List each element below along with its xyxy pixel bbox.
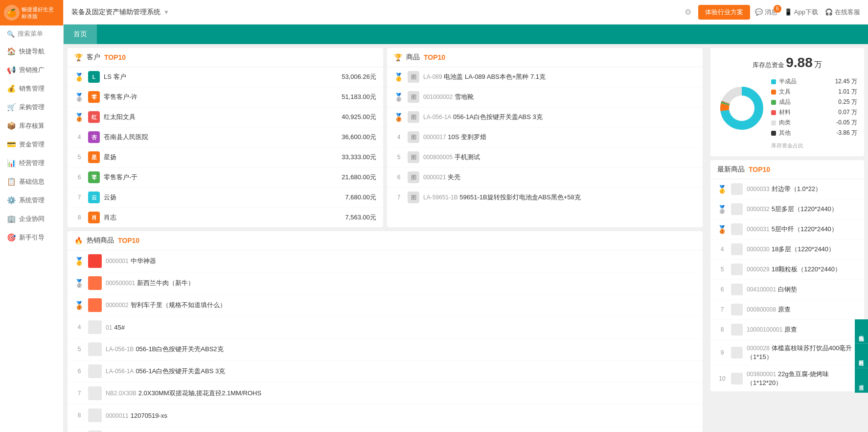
sidebar-item-system[interactable]: ⚙️ 系统管理 bbox=[0, 191, 63, 210]
product-entry: 000001112070519-xs bbox=[106, 412, 167, 419]
new-product-entry: 0000033封边带（1.0*22） bbox=[747, 185, 822, 193]
search-menu[interactable]: 🔍 搜索菜单 bbox=[0, 25, 63, 42]
customer-rank-row[interactable]: 7 云 云扬 7,680.00元 bbox=[68, 188, 383, 208]
inventory-icon: 📦 bbox=[7, 121, 16, 130]
float-button[interactable]: 客服热线 bbox=[855, 319, 868, 344]
rank-medal-icon: 🥈 bbox=[74, 93, 84, 102]
customer-rank-row[interactable]: 🥈 零 零售客户-许 51,183.00元 bbox=[68, 87, 383, 107]
float-button[interactable]: 服务社区 bbox=[855, 344, 868, 368]
message-badge: 6 bbox=[774, 5, 781, 13]
rank-number: 8 bbox=[74, 214, 84, 221]
product-thumbnail bbox=[88, 386, 102, 400]
sidebar-item-basics[interactable]: 📋 基础信息 bbox=[0, 172, 63, 191]
hot-product-row[interactable]: 6 LA-056-1A056-1A白色按键开关盖ABS 3克 bbox=[68, 360, 703, 383]
new-product-row[interactable]: 8 10000100001原查 bbox=[710, 320, 864, 340]
sidebar-label: 库存核算 bbox=[19, 121, 45, 130]
legend-item: 成品 0.25 万 bbox=[771, 98, 857, 106]
product-rank-row[interactable]: 7 图 LA-59651-1B 59651-1B旋转投影灯电池盒ABS黑色+58… bbox=[387, 188, 703, 207]
hot-product-row[interactable]: 4 0145# bbox=[68, 316, 703, 338]
new-product-img bbox=[731, 347, 743, 359]
rank-medal-icon: 🥇 bbox=[74, 72, 84, 82]
product-rank-row[interactable]: 4 图 0000017 10S 变刹罗焟 bbox=[387, 127, 703, 147]
settings-gear-icon[interactable]: ⚙ bbox=[683, 7, 693, 17]
new-product-row[interactable]: 6 004100001白钢垫 bbox=[710, 280, 864, 300]
sidebar-item-collaboration[interactable]: 🏢 企业协同 bbox=[0, 210, 63, 228]
sidebar-item-sales[interactable]: 💰 销售管理 bbox=[0, 79, 63, 98]
hot-products-header: 🔥 热销商品 TOP10 bbox=[68, 231, 703, 250]
new-product-row[interactable]: 4 000003018多层（1220*2440） bbox=[710, 240, 864, 260]
hot-product-row[interactable]: 🥉 0000002智利车子里（规格不知道填什么） bbox=[68, 294, 703, 316]
customer-rank-row[interactable]: 5 星 星扬 33,333.00元 bbox=[68, 147, 383, 168]
inventory-summary-panel: 库存总资金 9.88 万 bbox=[710, 48, 864, 156]
rank-number: 6 bbox=[74, 174, 84, 181]
new-product-row[interactable]: 10 00380000122g鱼豆腐-烧烤味（1*12*20） bbox=[710, 366, 864, 391]
hot-products-panel: 🔥 热销商品 TOP10 🥇 0000001中华神器 🥈 000500001新西… bbox=[68, 231, 703, 432]
new-product-entry: 0000028体槛嘉枝味苏打饮品400毫升（1*15） bbox=[747, 344, 857, 361]
new-product-row[interactable]: 🥇 0000033封边带（1.0*22） bbox=[710, 179, 864, 199]
product-rank-row[interactable]: 🥉 图 LA-056-1A 056-1A白色按键开关盖ABS 3克 bbox=[387, 107, 703, 127]
product-rank-row[interactable]: 6 图 0000021 夹壳 bbox=[387, 168, 703, 188]
tab-home[interactable]: 首页 bbox=[64, 24, 97, 44]
customer-rank-row[interactable]: 6 零 零售客户-于 21,680.00元 bbox=[68, 168, 383, 188]
hot-product-row[interactable]: 🥇 0000001中华神器 bbox=[68, 250, 703, 272]
topbar: 装备及固定资产辅助管理系统 ▼ ⚙ 体验行业方案 💬 消息 6 📱 App下载 … bbox=[64, 0, 868, 24]
customer-rank-row[interactable]: 🥇 L LS 客户 53,006.26元 bbox=[68, 67, 383, 87]
sidebar-item-inventory[interactable]: 📦 库存核算 bbox=[0, 117, 63, 135]
inventory-caption: 库存资金占比 bbox=[717, 142, 857, 149]
rank-medal-icon: 🥇 bbox=[74, 257, 84, 266]
new-product-row[interactable]: 5 000002918颗粒板（1220*2440） bbox=[710, 260, 864, 280]
new-product-entry: 10000100001原查 bbox=[747, 325, 797, 334]
topbar-right-actions: 💬 消息 6 📱 App下载 🎧 在线客服 bbox=[755, 8, 860, 17]
hot-product-row[interactable]: 5 LA-056-1B056-1B白色按键开关壳ABS2克 bbox=[68, 338, 703, 360]
customer-top10-panel: 🏆 客户 TOP10 🥇 L LS 客户 53,006.26元 🥈 零 零售客户… bbox=[68, 48, 383, 227]
sidebar-item-operations[interactable]: 📊 经营管理 bbox=[0, 154, 63, 172]
product-rank-row[interactable]: 🥈 图 001000002 雪地靴 bbox=[387, 87, 703, 107]
new-product-row[interactable]: 🥈 00000325层多层（1220*2440） bbox=[710, 199, 864, 219]
float-button[interactable]: 直播 bbox=[855, 368, 868, 393]
sidebar-item-guide[interactable]: 🎯 新手引导 bbox=[0, 228, 63, 247]
hot-product-row[interactable]: 7 NB2.0X30B2.0X30MM双搓花轴,搓花直径2.1MM/ROHS bbox=[68, 383, 703, 405]
online-service-button[interactable]: 🎧 在线客服 bbox=[825, 8, 860, 17]
new-product-row[interactable]: 🥉 00000315层中纤（1220*2440） bbox=[710, 219, 864, 240]
product-rank-row[interactable]: 5 图 000800005 手机测试 bbox=[387, 147, 703, 168]
sidebar-item-finance[interactable]: 💳 资金管理 bbox=[0, 135, 63, 154]
legend-label: 其他 bbox=[771, 129, 836, 137]
rank-medal-icon: 🥉 bbox=[74, 113, 84, 122]
product-thumbnail bbox=[88, 276, 102, 290]
main-area: 装备及固定资产辅助管理系统 ▼ ⚙ 体验行业方案 💬 消息 6 📱 App下载 … bbox=[64, 0, 868, 432]
hot-product-row[interactable]: 9 KK-SD22110H花语萌恒温分腿睡袋（厚款） bbox=[68, 427, 703, 432]
sidebar-item-shortcuts[interactable]: 🏠 快捷导航 bbox=[0, 42, 63, 61]
rank-number: 7 bbox=[717, 306, 727, 313]
product-img-placeholder: 图 bbox=[408, 192, 419, 203]
legend-value: 0.07 万 bbox=[838, 108, 857, 117]
title-dropdown-icon[interactable]: ▼ bbox=[163, 9, 169, 16]
sidebar-item-purchase[interactable]: 🛒 采购管理 bbox=[0, 98, 63, 117]
customer-name: LS 客户 bbox=[104, 72, 338, 81]
try-plan-button[interactable]: 体验行业方案 bbox=[698, 5, 750, 20]
rank-number: 6 bbox=[394, 174, 404, 181]
sidebar-item-marketing[interactable]: 📢 营销推广 bbox=[0, 61, 63, 79]
new-product-row[interactable]: 9 0000028体槛嘉枝味苏打饮品400毫升（1*15） bbox=[710, 340, 864, 366]
rank-number: 6 bbox=[717, 286, 727, 293]
customer-rank-row[interactable]: 4 杏 苍南县人民医院 36,600.00元 bbox=[68, 127, 383, 147]
hot-product-row[interactable]: 8 000001112070519-xs bbox=[68, 405, 703, 427]
legend-item: 肉类 -0.05 万 bbox=[771, 119, 857, 127]
app-download-button[interactable]: 📱 App下载 bbox=[784, 8, 818, 17]
new-product-entry: 000002918颗粒板（1220*2440） bbox=[747, 265, 841, 274]
product-entry: 0145# bbox=[106, 324, 125, 331]
trophy-icon: 🏆 bbox=[74, 53, 83, 61]
customer-rank-row[interactable]: 8 肖 肖志 7,563.00元 bbox=[68, 208, 383, 227]
system-icon: ⚙️ bbox=[7, 196, 16, 205]
inventory-amount: 9.88 bbox=[786, 55, 813, 70]
sidebar-label: 采购管理 bbox=[19, 103, 45, 112]
product-rank-row[interactable]: 🥇 图 LA-089 电池盖 LA-089 ABS本色+黑种 7.1克 bbox=[387, 67, 703, 87]
customer-rank-row[interactable]: 🥉 红 红太阳文具 40,925.00元 bbox=[68, 107, 383, 127]
home-icon: 🏠 bbox=[7, 47, 16, 56]
hot-product-row[interactable]: 🥈 000500001新西兰牛肉（新牛） bbox=[68, 272, 703, 294]
new-product-row[interactable]: 7 000800008原查 bbox=[710, 300, 864, 320]
legend-value: 0.25 万 bbox=[838, 98, 857, 106]
product-entry: LA-056-1A056-1A白色按键开关盖ABS 3克 bbox=[106, 367, 225, 376]
guide-icon: 🎯 bbox=[7, 233, 16, 242]
message-button[interactable]: 💬 消息 6 bbox=[755, 8, 777, 17]
customer-avatar: 肖 bbox=[88, 212, 100, 223]
